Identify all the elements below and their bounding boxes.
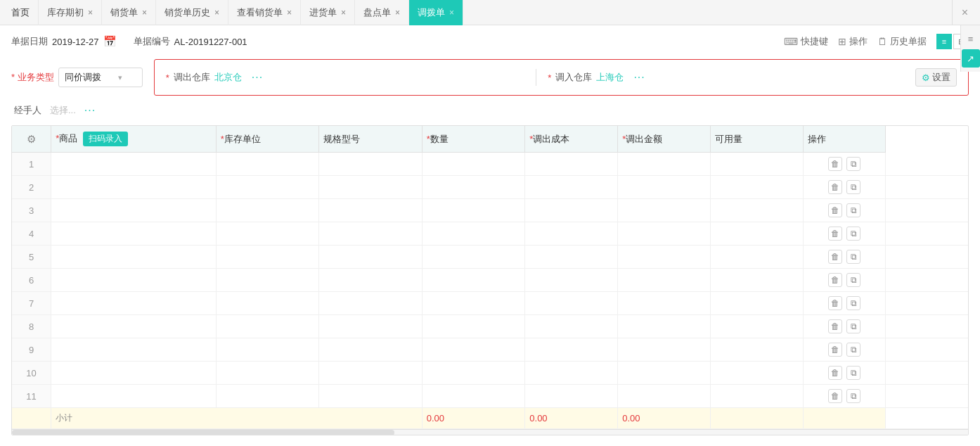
warehouse-in-more-button[interactable]: ··· [633, 71, 645, 84]
tab-stocktake[interactable]: 盘点单 × [355, 0, 409, 25]
copy-row-button[interactable]: ⧉ [846, 389, 860, 403]
tab-home[interactable]: 首页 [3, 0, 39, 25]
close-view-sales[interactable]: × [287, 8, 292, 18]
table-settings-icon[interactable]: ⚙ [16, 133, 46, 146]
available-cell [711, 292, 804, 315]
ops-cell: 🗑 ⧉ [803, 246, 885, 269]
delete-row-button[interactable]: 🗑 [828, 319, 842, 333]
spec-cell [319, 199, 423, 222]
copy-row-button[interactable]: ⧉ [846, 157, 860, 171]
delete-row-button[interactable]: 🗑 [828, 389, 842, 403]
product-cell[interactable] [51, 385, 216, 408]
handler-select[interactable]: 选择... [50, 104, 76, 117]
copy-row-button[interactable]: ⧉ [846, 273, 860, 287]
copy-row-button[interactable]: ⧉ [846, 250, 860, 264]
product-cell[interactable] [51, 292, 216, 315]
product-cell[interactable] [51, 269, 216, 292]
table-scrollbar[interactable] [12, 429, 968, 435]
table-row: 7 🗑 ⧉ [12, 292, 968, 315]
copy-row-button[interactable]: ⧉ [846, 180, 860, 194]
business-type-required-marker: * 业务类型 [11, 71, 54, 84]
cost-cell [525, 315, 618, 338]
delete-row-button[interactable]: 🗑 [828, 366, 842, 380]
date-value: 2019-12-27 [52, 37, 99, 47]
subtotal-product-cell: 小计 [51, 408, 423, 429]
delete-row-button[interactable]: 🗑 [828, 203, 842, 217]
delete-row-button[interactable]: 🗑 [828, 157, 842, 171]
warehouse-settings-button[interactable]: ⚙ 设置 [915, 68, 957, 87]
product-cell[interactable] [51, 222, 216, 246]
ops-cell: 🗑 ⧉ [803, 315, 885, 338]
header-right: ⌨ 快捷键 ⊞ 操作 🗒 历史单据 ≡ ⊟ [784, 34, 969, 49]
cost-cell [525, 246, 618, 269]
product-cell[interactable] [51, 176, 216, 199]
qty-cell [422, 222, 525, 246]
shortcut-button[interactable]: ⌨ 快捷键 [784, 35, 828, 48]
ops-cell: 🗑 ⧉ [803, 362, 885, 385]
product-cell[interactable] [51, 362, 216, 385]
ops-cell: 🗑 ⧉ [803, 385, 885, 408]
window-close-button[interactable]: × [952, 0, 977, 25]
copy-row-button[interactable]: ⧉ [846, 319, 860, 333]
copy-row-button[interactable]: ⧉ [846, 203, 860, 217]
close-inventory-init[interactable]: × [88, 8, 93, 18]
delete-row-button[interactable]: 🗑 [828, 227, 842, 241]
copy-row-button[interactable]: ⧉ [846, 296, 860, 310]
row-num: 10 [12, 362, 51, 385]
scan-input-button[interactable]: 扫码录入 [83, 132, 128, 146]
warehouse-out-more-button[interactable]: ··· [252, 71, 263, 84]
tab-view-sales[interactable]: 查看销货单 × [228, 0, 301, 25]
copy-row-button[interactable]: ⧉ [846, 227, 860, 241]
number-label: 单据编号 [134, 35, 170, 48]
delete-row-button[interactable]: 🗑 [828, 343, 842, 357]
close-purchase-order[interactable]: × [341, 8, 346, 18]
product-cell[interactable] [51, 338, 216, 362]
handler-field: 经手人 选择... ··· [14, 104, 969, 117]
layout-btn-1[interactable]: ≡ [936, 34, 952, 49]
tab-inventory-init[interactable]: 库存期初 × [39, 0, 102, 25]
available-cell [711, 176, 804, 199]
product-cell[interactable] [51, 315, 216, 338]
right-sidebar: ≡ ↗ [960, 25, 980, 72]
history-button[interactable]: 🗒 历史单据 [877, 35, 927, 48]
amount-cell [618, 315, 711, 338]
amount-cell [618, 292, 711, 315]
product-cell[interactable] [51, 199, 216, 222]
row-num: 4 [12, 222, 51, 246]
warehouse-out-value: 北京仓 [214, 71, 242, 84]
close-transfer[interactable]: × [449, 8, 454, 18]
tab-sales-history[interactable]: 销货单历史 × [156, 0, 228, 25]
handler-more-button[interactable]: ··· [84, 104, 96, 117]
subtotal-label-cell [12, 408, 51, 429]
delete-row-button[interactable]: 🗑 [828, 273, 842, 287]
tab-sales-order[interactable]: 销货单 × [102, 0, 156, 25]
close-sales-order[interactable]: × [142, 8, 147, 18]
operations-button[interactable]: ⊞ 操作 [838, 35, 868, 48]
copy-row-button[interactable]: ⧉ [846, 366, 860, 380]
tab-purchase-order[interactable]: 进货单 × [301, 0, 355, 25]
business-type-select[interactable]: 同价调拨 ▾ [58, 68, 143, 87]
tab-transfer[interactable]: 调拨单 × [409, 0, 463, 25]
main-content: 单据日期 2019-12-27 📅 单据编号 AL-20191227-001 ⌨… [0, 25, 980, 444]
delete-row-button[interactable]: 🗑 [828, 296, 842, 310]
delete-row-button[interactable]: 🗑 [828, 180, 842, 194]
subtotal-ops [803, 408, 885, 429]
ops-col-header: 操作 [803, 126, 885, 153]
delete-row-button[interactable]: 🗑 [828, 250, 842, 264]
sidebar-list-icon[interactable]: ≡ [962, 30, 980, 48]
close-sales-history[interactable]: × [214, 8, 219, 18]
table-row: 8 🗑 ⧉ [12, 315, 968, 338]
amount-cell [618, 176, 711, 199]
available-cell [711, 199, 804, 222]
qty-cell [422, 176, 525, 199]
copy-row-button[interactable]: ⧉ [846, 343, 860, 357]
close-stocktake[interactable]: × [395, 8, 400, 18]
sidebar-export-icon[interactable]: ↗ [962, 49, 980, 68]
qty-cell [422, 315, 525, 338]
calendar-icon[interactable]: 📅 [103, 35, 117, 48]
row-num: 2 [12, 176, 51, 199]
product-cell[interactable] [51, 246, 216, 269]
qty-cell [422, 385, 525, 408]
table-row: 2 🗑 ⧉ [12, 176, 968, 199]
product-cell[interactable] [51, 153, 216, 176]
